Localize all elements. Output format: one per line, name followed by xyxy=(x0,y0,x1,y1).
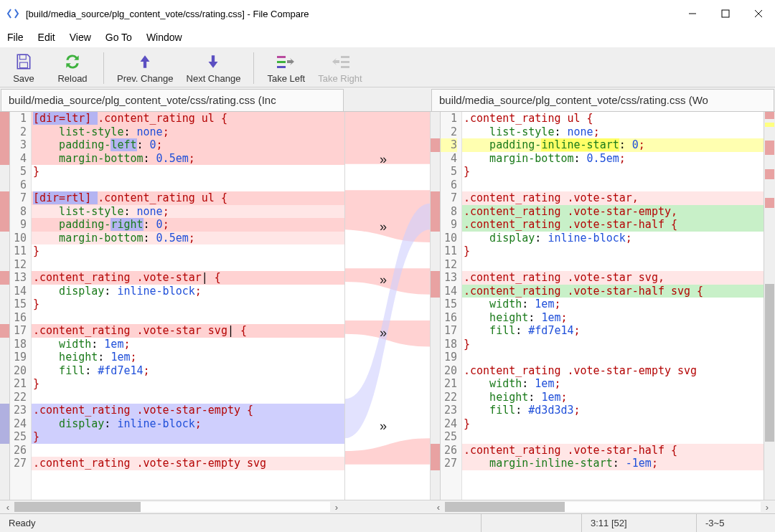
left-pane[interactable]: 1234567891011121314151617181920212223242… xyxy=(0,112,344,500)
left-hscroll[interactable]: ‹ › xyxy=(0,500,344,513)
prev-change-label: Prev. Change xyxy=(117,73,174,84)
left-code[interactable]: [dir=ltr] .content_rating ul { list-styl… xyxy=(32,112,344,500)
take-left-icon xyxy=(276,52,296,72)
svg-rect-7 xyxy=(277,61,286,63)
save-label: Save xyxy=(13,73,34,84)
merge-right-button[interactable]: » xyxy=(380,272,387,288)
right-line-numbers: 1234567891011121314151617181920212223242… xyxy=(441,112,462,500)
horizontal-scrollbars: ‹ › ‹ › xyxy=(0,500,775,513)
right-minimap[interactable] xyxy=(764,112,775,500)
right-ruler xyxy=(431,112,441,500)
diff-connector: » » » » » xyxy=(344,112,431,500)
merge-right-button[interactable]: » xyxy=(380,219,387,234)
svg-rect-4 xyxy=(20,54,27,60)
svg-rect-9 xyxy=(341,56,349,58)
reload-label: Reload xyxy=(57,73,87,84)
scroll-left-icon[interactable]: ‹ xyxy=(1,502,14,513)
toolbar-separator xyxy=(253,52,254,84)
take-left-label: Take Left xyxy=(267,73,305,84)
scroll-left-icon[interactable]: ‹ xyxy=(432,502,445,513)
left-ruler xyxy=(0,112,10,500)
diff-area: 1234567891011121314151617181920212223242… xyxy=(0,112,775,500)
take-right-icon xyxy=(330,52,350,72)
menu-window[interactable]: Window xyxy=(145,30,184,44)
menubar: File Edit View Go To Window xyxy=(0,27,775,47)
menu-view[interactable]: View xyxy=(68,30,93,44)
merge-right-button[interactable]: » xyxy=(380,326,387,341)
maximize-button[interactable] xyxy=(709,0,742,27)
svg-rect-5 xyxy=(20,62,28,68)
svg-rect-8 xyxy=(277,66,286,68)
arrow-down-icon xyxy=(203,52,223,72)
status-position: 3:11 [52] xyxy=(581,514,696,532)
menu-edit[interactable]: Edit xyxy=(37,30,57,44)
merge-right-button[interactable]: » xyxy=(380,152,387,167)
scroll-right-icon[interactable]: › xyxy=(330,502,343,513)
svg-rect-6 xyxy=(277,56,286,58)
file-tab-right[interactable]: build/media_source/plg_content_vote/css/… xyxy=(431,89,774,111)
close-button[interactable] xyxy=(742,0,775,27)
right-pane[interactable]: 1234567891011121314151617181920212223242… xyxy=(431,112,775,500)
take-left-button[interactable]: Take Left xyxy=(267,52,305,84)
scroll-right-icon[interactable]: › xyxy=(761,502,774,513)
minimize-button[interactable] xyxy=(676,0,709,27)
menu-goto[interactable]: Go To xyxy=(104,30,133,44)
next-change-label: Next Change xyxy=(187,73,241,84)
toolbar: Save Reload Prev. Change Next Change Tak… xyxy=(0,47,775,87)
menu-file[interactable]: File xyxy=(6,30,25,44)
save-icon xyxy=(14,52,34,72)
arrow-up-icon xyxy=(135,52,155,72)
statusbar: Ready 3:11 [52] -3~5 xyxy=(0,513,775,532)
prev-change-button[interactable]: Prev. Change xyxy=(117,52,174,84)
reload-button[interactable]: Reload xyxy=(55,52,90,84)
window-title: [build/media_source/plg_content_vote/css… xyxy=(26,9,676,19)
status-empty xyxy=(481,514,581,532)
tab-gutter xyxy=(344,87,431,111)
toolbar-separator xyxy=(103,52,104,84)
file-tabs: build/media_source/plg_content_vote/css/… xyxy=(0,87,775,112)
file-tab-left[interactable]: build/media_source/plg_content_vote/css/… xyxy=(1,89,344,111)
titlebar: [build/media_source/plg_content_vote/css… xyxy=(0,0,775,27)
app-icon xyxy=(6,6,20,21)
save-button[interactable]: Save xyxy=(6,52,42,84)
take-right-label: Take Right xyxy=(318,73,362,84)
reload-icon xyxy=(62,52,83,72)
svg-rect-11 xyxy=(341,66,349,68)
left-line-numbers: 1234567891011121314151617181920212223242… xyxy=(10,112,32,500)
svg-rect-1 xyxy=(722,10,729,17)
svg-rect-10 xyxy=(341,61,349,63)
status-ready: Ready xyxy=(0,514,481,532)
next-change-button[interactable]: Next Change xyxy=(187,52,241,84)
take-right-button: Take Right xyxy=(318,52,362,84)
merge-right-button[interactable]: » xyxy=(380,419,387,434)
right-code[interactable]: .content_rating ul { list-style: none; p… xyxy=(462,112,764,500)
status-range: -3~5 xyxy=(696,514,775,532)
right-hscroll[interactable]: ‹ › xyxy=(431,500,775,513)
